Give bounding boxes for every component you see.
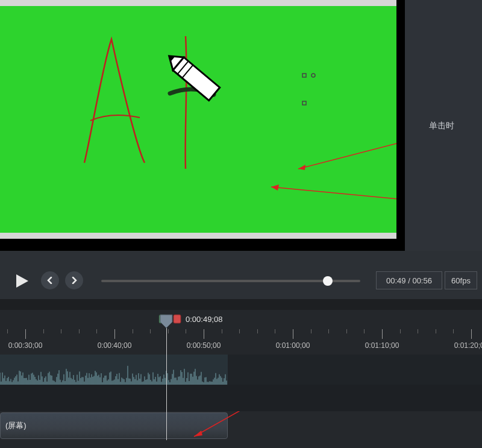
svg-marker-14 [160, 315, 172, 328]
ruler-tick-label: 0:01:10;00 [365, 341, 399, 350]
svg-marker-9 [298, 165, 305, 170]
timeline-ruler[interactable]: 0:00:30;000:00:40;000:00:50;000:01:00;00… [0, 329, 482, 353]
prev-frame-button[interactable] [41, 271, 59, 289]
ruler-tick-major [25, 329, 26, 339]
panel-divider [0, 299, 482, 310]
ruler-tick-major [471, 329, 472, 339]
ruler-tick-label: 0:00:40;00 [98, 341, 132, 350]
ruler-tick-minor [311, 329, 311, 333]
preview-drawing [0, 6, 396, 233]
letterbox-top [0, 0, 396, 6]
ruler-tick-minor [79, 329, 80, 333]
ruler-tick-major [293, 329, 293, 339]
play-button[interactable] [10, 269, 34, 293]
svg-line-10 [271, 187, 396, 199]
empty-track[interactable] [0, 385, 482, 411]
svg-marker-12 [16, 274, 28, 288]
next-frame-button[interactable] [65, 271, 83, 289]
video-track[interactable]: (屏幕) [0, 411, 482, 440]
ruler-tick-minor [400, 329, 401, 333]
ruler-tick-label: 0:01:00;00 [276, 341, 310, 350]
ruler-tick-minor [418, 329, 418, 333]
clip-label: (屏幕) [5, 420, 27, 431]
svg-rect-5 [302, 74, 306, 77]
playback-slider-thumb[interactable] [323, 276, 333, 286]
ruler-tick-minor [239, 329, 240, 333]
playhead-timecode: 0:00:49;08 [186, 315, 222, 324]
ruler-tick-major [382, 329, 383, 339]
ruler-tick-minor [257, 329, 258, 333]
playback-slider[interactable] [101, 280, 360, 282]
timeline-panel: 0:00:49;08 0:00:30;000:00:40;000:00:50;0… [0, 310, 482, 448]
screen-recording-clip[interactable]: (屏幕) [0, 412, 228, 439]
ruler-tick-minor [453, 329, 454, 333]
ruler-tick-minor [436, 329, 436, 333]
marker-row[interactable]: 0:00:49;08 [0, 314, 482, 328]
side-hint-text: 单击时 [429, 121, 454, 131]
ruler-tick-minor [43, 329, 44, 333]
playhead[interactable] [166, 328, 167, 440]
ruler-tick-major [204, 329, 204, 339]
ruler-tick-minor [328, 329, 329, 333]
svg-rect-7 [302, 101, 306, 105]
ruler-tick-minor [96, 329, 97, 333]
ruler-tick-minor [346, 329, 347, 333]
svg-rect-15 [174, 315, 181, 323]
preview-panel [0, 0, 405, 251]
svg-marker-11 [271, 185, 279, 191]
ruler-tick-major [114, 329, 115, 339]
ruler-tick-label: 0:00:30;00 [8, 341, 43, 350]
ruler-tick-minor [150, 329, 151, 333]
side-panel: 单击时 [405, 0, 482, 251]
audio-track[interactable] [0, 355, 482, 385]
ruler-tick-minor [275, 329, 275, 333]
preview-canvas[interactable] [0, 6, 396, 233]
svg-rect-0 [173, 57, 220, 101]
svg-point-6 [311, 74, 315, 77]
ruler-tick-minor [364, 329, 365, 333]
letterbox-bottom [0, 233, 396, 239]
ruler-tick-minor [186, 329, 186, 333]
fps-display[interactable]: 60fps [445, 271, 477, 289]
ruler-tick-minor [61, 329, 61, 333]
time-display: 00:49 / 00:56 [376, 271, 442, 289]
ruler-tick-minor [222, 329, 222, 333]
ruler-tick-minor [133, 329, 133, 333]
playback-controls: 00:49 / 00:56 60fps [0, 251, 482, 299]
ruler-tick-label: 0:00:50;00 [187, 341, 221, 350]
ruler-tick-minor [168, 329, 169, 333]
svg-line-8 [298, 142, 396, 169]
ruler-tick-label: 0:01:20;00 [454, 341, 482, 350]
